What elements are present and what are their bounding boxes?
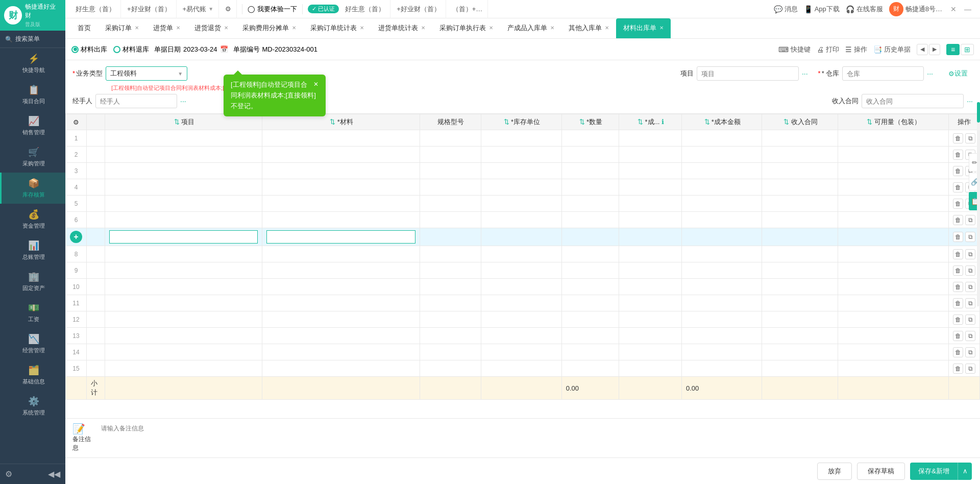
cell-qty-active[interactable] bbox=[561, 228, 619, 246]
navtab-po-stats[interactable]: 采购订单统计表 ✕ bbox=[303, 18, 371, 39]
cell-ic[interactable] bbox=[762, 360, 838, 377]
cell-ic[interactable] bbox=[762, 328, 838, 344]
cell-ca[interactable] bbox=[681, 279, 762, 295]
cell-unit[interactable] bbox=[481, 246, 562, 262]
cell-spec[interactable] bbox=[420, 147, 481, 163]
cell-qty[interactable] bbox=[561, 328, 619, 344]
cell-mat[interactable] bbox=[262, 328, 420, 344]
cell-mat[interactable] bbox=[262, 360, 420, 377]
cell-spec[interactable] bbox=[420, 328, 481, 344]
cell-unit[interactable] bbox=[481, 295, 562, 311]
cell-ic[interactable] bbox=[762, 279, 838, 295]
topbar-tab-settings[interactable]: ⚙ bbox=[220, 0, 237, 18]
cell-qty[interactable] bbox=[561, 130, 619, 147]
navtab-return-close[interactable]: ✕ bbox=[224, 25, 228, 31]
delete-row-btn[interactable]: 🗑 bbox=[953, 314, 963, 325]
cell-spec[interactable] bbox=[420, 196, 481, 212]
cell-spec-active[interactable] bbox=[420, 228, 481, 246]
topbar-mid-haoyc[interactable]: +好业财（首） bbox=[391, 0, 446, 18]
cell-ic[interactable] bbox=[762, 163, 838, 179]
cell-ca[interactable] bbox=[681, 163, 762, 179]
cell-mat[interactable] bbox=[262, 344, 420, 360]
navtab-return[interactable]: 进货退货 ✕ bbox=[187, 18, 235, 39]
discard-button[interactable]: 放弃 bbox=[817, 463, 852, 480]
cell-spec[interactable] bbox=[420, 344, 481, 360]
income-contract-dots-icon[interactable]: ··· bbox=[967, 97, 973, 105]
warehouse-dots-icon[interactable]: ··· bbox=[927, 69, 933, 78]
history-btn[interactable]: 📑 历史单据 bbox=[873, 45, 911, 54]
copy-row-btn[interactable]: ⧉ bbox=[965, 347, 975, 357]
cell-av[interactable] bbox=[838, 262, 949, 279]
delete-row-btn[interactable]: 🗑 bbox=[953, 133, 963, 143]
cell-proj[interactable] bbox=[105, 163, 262, 179]
cell-ca[interactable] bbox=[681, 147, 762, 163]
cell-av[interactable] bbox=[838, 344, 949, 360]
calendar-icon[interactable]: 📅 bbox=[220, 45, 228, 53]
copy-row-btn[interactable]: ⧉ bbox=[965, 133, 975, 143]
cell-proj[interactable] bbox=[105, 147, 262, 163]
th-available[interactable]: ⇅ 可用量（包装） bbox=[838, 114, 949, 130]
project-input[interactable] bbox=[697, 66, 799, 81]
cell-unit[interactable] bbox=[481, 147, 562, 163]
cell-qty[interactable] bbox=[561, 163, 619, 179]
cell-proj[interactable] bbox=[105, 179, 262, 196]
cell-cost[interactable] bbox=[619, 130, 681, 147]
sidebar-item-project[interactable]: 📋 项目合同 bbox=[0, 79, 65, 110]
navtab-po-exec[interactable]: 采购订单执行表 ✕ bbox=[432, 18, 500, 39]
next-arrow[interactable]: ▶ bbox=[929, 44, 940, 55]
cell-ic-active[interactable] bbox=[762, 228, 838, 246]
operations-btn[interactable]: ☰ 操作 bbox=[845, 45, 867, 54]
cell-spec[interactable] bbox=[420, 295, 481, 311]
cell-proj[interactable] bbox=[105, 279, 262, 295]
info-icon[interactable]: ℹ bbox=[662, 118, 664, 126]
cell-unit[interactable] bbox=[481, 328, 562, 344]
message-btn[interactable]: 💬 消息 bbox=[774, 5, 798, 14]
sidebar-item-system[interactable]: ⚙️ 系统管理 bbox=[0, 391, 65, 422]
cell-mat[interactable] bbox=[262, 179, 420, 196]
th-income-contract[interactable]: ⇅ 收入合同 bbox=[762, 114, 838, 130]
cell-spec[interactable] bbox=[420, 212, 481, 228]
handler-input[interactable] bbox=[95, 94, 177, 108]
topbar-tab-haoyc[interactable]: +好业财（首） bbox=[122, 0, 177, 18]
cell-ca[interactable] bbox=[681, 246, 762, 262]
cell-mat[interactable] bbox=[262, 262, 420, 279]
cell-mat[interactable] bbox=[262, 295, 420, 311]
navtab-fg-close[interactable]: ✕ bbox=[550, 25, 554, 31]
cell-unit[interactable] bbox=[481, 311, 562, 328]
navtab-expense-close[interactable]: ✕ bbox=[292, 25, 296, 31]
cell-qty[interactable] bbox=[561, 246, 619, 262]
delete-row-btn[interactable]: 🗑 bbox=[953, 331, 963, 341]
radio-material-out[interactable]: 材料出库 bbox=[71, 45, 107, 54]
cell-av[interactable] bbox=[838, 163, 949, 179]
cell-qty[interactable] bbox=[561, 311, 619, 328]
cell-ic[interactable] bbox=[762, 196, 838, 212]
navtab-receipt[interactable]: 进货单 ✕ bbox=[146, 18, 187, 39]
cell-cost-active[interactable] bbox=[619, 228, 681, 246]
cell-av[interactable] bbox=[838, 147, 949, 163]
cell-spec[interactable] bbox=[420, 179, 481, 196]
copy-row-btn[interactable]: ⧉ bbox=[965, 215, 975, 225]
cell-proj-active[interactable] bbox=[105, 228, 262, 246]
search-menu-item[interactable]: 🔍 搜索菜单 bbox=[0, 31, 65, 48]
cell-av[interactable] bbox=[838, 328, 949, 344]
copy-row-btn[interactable]: ⧉ bbox=[965, 265, 975, 276]
cell-unit[interactable] bbox=[481, 179, 562, 196]
handler-dots-icon[interactable]: ··· bbox=[180, 97, 186, 105]
radio-material-return[interactable]: 材料退库 bbox=[113, 45, 149, 54]
cell-ic[interactable] bbox=[762, 179, 838, 196]
cell-ca-active[interactable] bbox=[681, 228, 762, 246]
cell-spec[interactable] bbox=[420, 130, 481, 147]
cell-spec[interactable] bbox=[420, 279, 481, 295]
business-type-select[interactable]: 工程领料 ▼ bbox=[106, 66, 187, 81]
cell-proj[interactable] bbox=[105, 130, 262, 147]
service-btn[interactable]: 🎧 在线客服 bbox=[846, 5, 883, 14]
copy-row-btn[interactable]: ⧉ bbox=[965, 298, 975, 308]
cell-ic[interactable] bbox=[762, 344, 838, 360]
grid-view-btn[interactable]: ⊞ bbox=[961, 44, 974, 55]
cell-unit[interactable] bbox=[481, 262, 562, 279]
sidebar-item-payroll[interactable]: 💵 工资 bbox=[0, 297, 65, 328]
cell-ca[interactable] bbox=[681, 295, 762, 311]
cell-proj[interactable] bbox=[105, 311, 262, 328]
app-download-btn[interactable]: 📱 App下载 bbox=[804, 5, 840, 14]
copy-row-btn[interactable]: ⧉ bbox=[965, 249, 975, 259]
